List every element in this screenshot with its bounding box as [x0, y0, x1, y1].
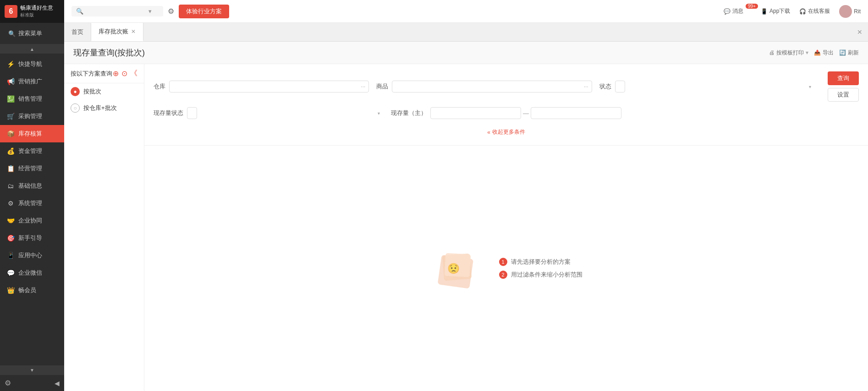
stock-status-select[interactable] [187, 107, 197, 119]
sidebar-item-weixin[interactable]: 💬 企业微信 [0, 264, 64, 282]
sidebar-item-operation[interactable]: 📋 经营管理 [0, 160, 64, 177]
sidebar-collapse-icon[interactable]: ◀ [55, 380, 60, 387]
sidebar-item-label: 快捷导航 [18, 60, 42, 68]
tab-bar: 首页 库存批次账 ✕ ✕ [64, 23, 868, 42]
export-button[interactable]: 📤 导出 [814, 49, 834, 57]
stock-status-label: 现存量状态 [154, 109, 183, 117]
settings-button[interactable]: 设置 [828, 88, 859, 102]
main-area: 🔍 ▾ ⚙ 体验行业方案 💬 消息 99+ 📱 App下载 🎧 在线客服 R [64, 0, 868, 391]
sidebar-item-basic[interactable]: 🗂 基础信息 [0, 177, 64, 195]
empty-tip-1: 1 请先选择要分析的方案 [499, 258, 582, 266]
tab-home-label: 首页 [71, 28, 83, 36]
tab-bar-close-icon[interactable]: ✕ [852, 28, 868, 36]
empty-tip-2: 2 用过滤条件来缩小分析范围 [499, 271, 582, 279]
stock-qty-to-input[interactable] [531, 107, 621, 119]
filter-add-icon[interactable]: ⊕ [113, 69, 119, 78]
sidebar-nav: ⚡ 快捷导航 📢 营销推广 💹 销售管理 🛒 采购管理 📦 库存核算 💰 资金管… [0, 54, 64, 365]
status-dropdown-icon: ▾ [809, 84, 811, 89]
header-search-input[interactable] [86, 8, 146, 15]
sidebar-item-system[interactable]: ⚙ 系统管理 [0, 195, 64, 212]
export-label: 导出 [823, 49, 834, 57]
messages-button[interactable]: 💬 消息 99+ [724, 7, 752, 15]
empty-illustration: 😟 [430, 241, 485, 296]
filter-panel-title: 按以下方案查询 [71, 70, 112, 78]
filter-collapse-icon[interactable]: 《 [130, 69, 137, 78]
page-header: 现存量查询(按批次) 🖨 按模板打印 ▾ 📤 导出 🔄 刷新 [64, 42, 868, 64]
warehouse-more-icon[interactable]: ··· [361, 83, 365, 90]
sidebar-item-newbie[interactable]: 🎯 新手引导 [0, 229, 64, 247]
dropdown-icon[interactable]: ▾ [148, 8, 152, 15]
sidebar-item-marketing[interactable]: 📢 营销推广 [0, 73, 64, 90]
app-download-button[interactable]: 📱 App下载 [761, 7, 790, 15]
app-edition: 标准版 [20, 12, 53, 18]
trial-button[interactable]: 体验行业方案 [179, 5, 229, 18]
sidebar-item-quick-nav[interactable]: ⚡ 快捷导航 [0, 55, 64, 73]
stock-status-select-wrap: ▾ [187, 107, 384, 119]
sidebar-item-finance[interactable]: 💰 资金管理 [0, 142, 64, 160]
empty-svg: 😟 [430, 241, 485, 296]
status-select[interactable] [615, 81, 625, 92]
tab-batch-label: 库存批次账 [99, 27, 128, 36]
search-icon: 🔍 [8, 30, 16, 37]
product-more-icon[interactable]: ··· [584, 83, 588, 90]
sidebar-scroll-down[interactable]: ▼ [0, 365, 64, 375]
collapse-label: 收起更多条件 [492, 128, 525, 136]
sidebar-item-enterprise[interactable]: 🤝 企业协同 [0, 212, 64, 229]
range-sep: — [521, 110, 531, 117]
product-field: 商品 ··· [376, 81, 592, 92]
tab-batch-account[interactable]: 库存批次账 ✕ [91, 23, 143, 41]
header-search-bar[interactable]: 🔍 ▾ [71, 6, 163, 16]
basic-icon: 🗂 [6, 182, 15, 190]
online-service-button[interactable]: 🎧 在线客服 [799, 7, 830, 15]
filter-panel-header: 按以下方案查询 ⊕ ⊙ 《 [64, 64, 144, 83]
sidebar-item-vip[interactable]: 👑 畅会员 [0, 282, 64, 299]
print-dropdown-icon: ▾ [806, 49, 808, 56]
filter-scheme-batch[interactable]: ● 按批次 [64, 83, 144, 100]
filter-scheme-warehouse-batch[interactable]: ○ 按仓库+批次 [64, 100, 144, 116]
tab-home[interactable]: 首页 [64, 23, 91, 41]
sidebar-settings-icon[interactable]: ⚙ [5, 379, 11, 387]
sidebar-scroll-up[interactable]: ▲ [0, 44, 64, 54]
chevron-down-icon: ▼ [30, 368, 34, 373]
content: 现存量查询(按批次) 🖨 按模板打印 ▾ 📤 导出 🔄 刷新 [64, 42, 868, 391]
chevron-up-icon: ▲ [30, 47, 34, 52]
refresh-button[interactable]: 🔄 刷新 [839, 49, 859, 57]
sidebar-item-inventory[interactable]: 📦 库存核算 [0, 125, 64, 142]
content-body: 按以下方案查询 ⊕ ⊙ 《 ● 按批次 ○ 按仓库+批次 [64, 64, 868, 391]
print-template-button[interactable]: 🖨 按模板打印 ▾ [769, 49, 808, 57]
status-field: 状态 ▾ [599, 81, 815, 92]
app-logo: 6 [5, 5, 17, 18]
collapse-more-btn[interactable]: « 收起更多条件 [154, 125, 859, 138]
marketing-icon: 📢 [6, 77, 15, 86]
avatar [839, 5, 852, 18]
filter-settings-icon[interactable]: ⊙ [121, 69, 127, 78]
sidebar-item-sales[interactable]: 💹 销售管理 [0, 90, 64, 108]
query-button[interactable]: 查询 [828, 71, 859, 85]
messages-badge: 99+ [746, 4, 758, 9]
warehouse-input[interactable] [169, 81, 369, 92]
operation-icon: 📋 [6, 164, 15, 173]
product-input[interactable] [392, 81, 592, 92]
sidebar-item-label: 销售管理 [18, 95, 42, 103]
sidebar-item-label: 采购管理 [18, 112, 42, 120]
header-actions: 💬 消息 99+ 📱 App下载 🎧 在线客服 Rit [724, 5, 861, 18]
tip-2-text: 用过滤条件来缩小分析范围 [511, 271, 582, 279]
sidebar-search-item[interactable]: 🔍 搜索菜单 [5, 27, 60, 40]
filter-row-1: 仓库 ··· 商品 ··· [154, 71, 859, 102]
warehouse-label: 仓库 [154, 82, 165, 91]
empty-tips: 1 请先选择要分析的方案 2 用过滤条件来缩小分析范围 [499, 258, 582, 279]
header-gear-icon[interactable]: ⚙ [168, 7, 174, 16]
system-icon: ⚙ [6, 199, 15, 207]
status-label: 状态 [599, 82, 611, 91]
tab-close-icon[interactable]: ✕ [131, 28, 136, 35]
user-profile[interactable]: Rit [839, 5, 861, 18]
sidebar-item-label: 营销推广 [18, 77, 42, 86]
export-icon: 📤 [814, 49, 821, 56]
search-icon: 🔍 [76, 8, 83, 15]
sidebar-item-appcenter[interactable]: 📱 应用中心 [0, 247, 64, 264]
stock-qty-field: 现存量（主） — [391, 107, 621, 119]
refresh-label: 刷新 [848, 49, 859, 57]
stock-qty-from-input[interactable] [430, 107, 521, 119]
sidebar-item-purchase[interactable]: 🛒 采购管理 [0, 108, 64, 125]
weixin-icon: 💬 [6, 269, 15, 277]
